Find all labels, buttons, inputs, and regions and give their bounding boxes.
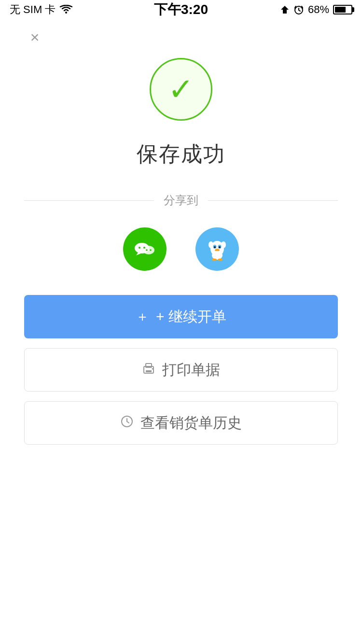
no-sim-text: 无 SIM 卡 bbox=[10, 2, 56, 17]
print-button[interactable]: 打印单据 bbox=[24, 348, 338, 392]
wechat-icon-svg bbox=[131, 236, 158, 263]
share-section: 分享到 bbox=[0, 193, 362, 271]
status-right: 68% bbox=[280, 3, 352, 16]
success-title: 保存成功 bbox=[137, 140, 225, 168]
svg-point-18 bbox=[212, 251, 223, 260]
svg-point-9 bbox=[150, 249, 152, 251]
svg-line-27 bbox=[127, 421, 129, 423]
status-time: 下午3:20 bbox=[154, 0, 208, 19]
alarm-icon bbox=[293, 4, 304, 15]
qq-icon-svg bbox=[204, 236, 230, 262]
continue-icon: ＋ bbox=[136, 308, 149, 326]
print-label: 打印单据 bbox=[162, 360, 220, 380]
battery-icon bbox=[333, 5, 352, 14]
svg-point-16 bbox=[219, 246, 221, 248]
svg-point-20 bbox=[218, 259, 223, 261]
svg-point-12 bbox=[221, 241, 226, 248]
svg-point-7 bbox=[143, 247, 145, 249]
checkmark-icon: ✓ bbox=[168, 74, 194, 105]
svg-point-15 bbox=[214, 246, 216, 248]
buttons-section: ＋ + 继续开单 打印单据 bbox=[0, 295, 362, 445]
svg-point-24 bbox=[152, 368, 153, 369]
divider-line-right bbox=[208, 200, 338, 201]
close-button[interactable]: × bbox=[24, 27, 45, 48]
history-label: 查看销货单历史 bbox=[140, 413, 242, 433]
continue-button[interactable]: ＋ + 继续开单 bbox=[24, 295, 338, 338]
qq-share-button[interactable] bbox=[195, 227, 239, 271]
print-icon bbox=[142, 362, 155, 378]
svg-point-19 bbox=[212, 259, 217, 261]
status-bar: 无 SIM 卡 下午3:20 68% bbox=[0, 0, 362, 19]
share-divider: 分享到 bbox=[24, 193, 338, 208]
svg-point-8 bbox=[146, 249, 148, 251]
status-left: 无 SIM 卡 bbox=[10, 2, 73, 17]
svg-line-3 bbox=[299, 10, 300, 11]
svg-point-11 bbox=[209, 241, 213, 248]
svg-point-0 bbox=[65, 12, 67, 14]
battery-percent: 68% bbox=[308, 3, 329, 16]
share-icons bbox=[24, 227, 338, 271]
success-circle: ✓ bbox=[150, 58, 212, 121]
history-icon bbox=[120, 415, 134, 432]
history-button[interactable]: 查看销货单历史 bbox=[24, 401, 338, 445]
location-icon bbox=[280, 5, 290, 14]
share-label: 分享到 bbox=[164, 193, 198, 208]
svg-point-6 bbox=[139, 247, 140, 249]
divider-line-left bbox=[24, 200, 154, 201]
continue-label: + 继续开单 bbox=[156, 307, 226, 327]
wifi-icon bbox=[59, 5, 73, 14]
close-icon: × bbox=[30, 29, 40, 45]
main-content: ✓ 保存成功 分享到 bbox=[0, 19, 362, 644]
svg-rect-23 bbox=[146, 370, 152, 372]
wechat-share-button[interactable] bbox=[123, 227, 167, 271]
